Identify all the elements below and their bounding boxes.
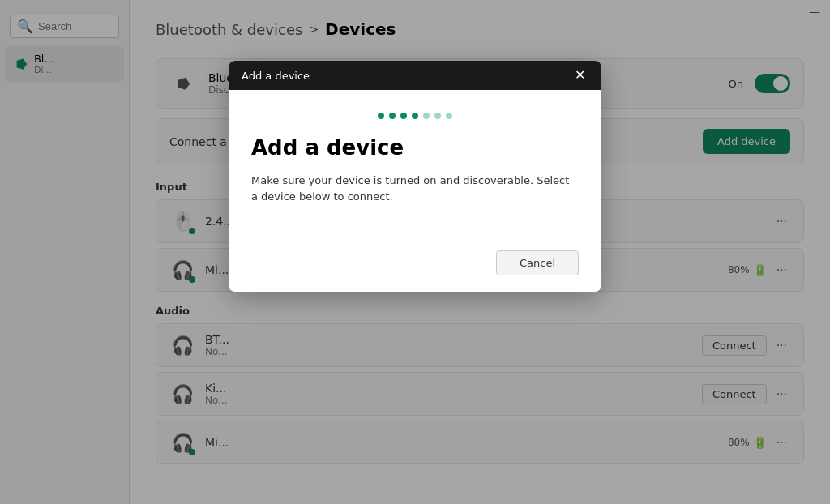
- modal-title: Add a device: [242, 70, 310, 82]
- modal-body: Add a device Make sure your device is tu…: [229, 90, 601, 237]
- cancel-button[interactable]: Cancel: [496, 250, 579, 275]
- scan-dot-2: [389, 113, 396, 119]
- modal-close-button[interactable]: ✕: [571, 69, 588, 82]
- scan-dot-1: [378, 113, 384, 119]
- scanning-dots: [251, 113, 579, 119]
- modal-footer: Cancel: [229, 237, 601, 292]
- scan-dot-5: [423, 113, 430, 119]
- scan-dot-6: [434, 113, 441, 119]
- modal-description: Make sure your device is turned on and d…: [251, 173, 579, 204]
- modal-titlebar: Add a device ✕: [229, 61, 601, 90]
- scan-dot-7: [446, 113, 452, 119]
- add-device-modal: Add a device ✕ Add a device Make sure yo…: [229, 61, 601, 292]
- scan-dot-4: [412, 113, 418, 119]
- modal-heading: Add a device: [251, 135, 579, 160]
- scan-dot-3: [400, 113, 407, 119]
- modal-overlay: Add a device ✕ Add a device Make sure yo…: [0, 0, 830, 504]
